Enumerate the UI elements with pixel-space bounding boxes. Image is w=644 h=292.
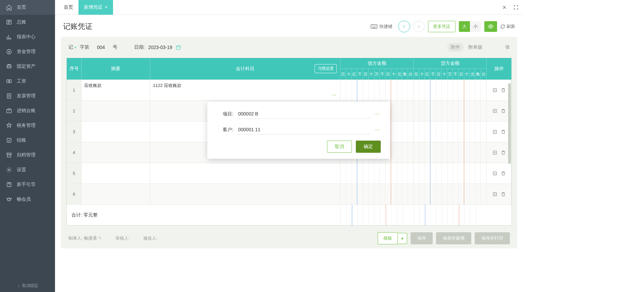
tab-new-voucher[interactable]: 新增凭证 ✕	[78, 0, 113, 15]
customer-more-icon[interactable]: ⋯	[374, 127, 381, 132]
subject-cell[interactable]: 1122 应收账款⋯	[150, 80, 340, 100]
refresh-button[interactable]: 刷新	[500, 23, 515, 30]
asset-icon	[6, 63, 12, 69]
subject-cell[interactable]	[150, 184, 340, 204]
th-debit: 借方金额 百十亿千百十万千百十元角分	[340, 58, 414, 80]
size-large[interactable]: 大	[459, 21, 470, 32]
sidebar-item-label: 税务管理	[17, 123, 36, 129]
summary-cell[interactable]	[82, 121, 150, 142]
customer-input[interactable]	[237, 125, 370, 135]
visibility-button[interactable]	[484, 21, 497, 32]
debit-cell[interactable]	[340, 163, 414, 184]
sidebar-item-money[interactable]: 资金管理	[0, 44, 55, 59]
project-more-icon[interactable]: ⋯	[374, 111, 381, 116]
delete-row-icon[interactable]	[501, 88, 506, 93]
credit-cell[interactable]	[414, 121, 487, 142]
insert-row-icon[interactable]	[492, 150, 497, 155]
summary-cell[interactable]	[82, 163, 150, 184]
sidebar-item-close-book[interactable]: 结账	[0, 133, 55, 148]
ops-cell	[487, 121, 512, 142]
sidebar-item-asset[interactable]: 固定资产	[0, 59, 55, 74]
sidebar-item-inventory[interactable]: 进销台账	[0, 103, 55, 118]
ops-cell	[487, 101, 512, 121]
delete-row-icon[interactable]	[501, 171, 506, 176]
voucher-type-select[interactable]: 记 ▾	[68, 44, 76, 50]
summary-cell[interactable]	[82, 184, 150, 204]
sidebar-item-tax[interactable]: 税务管理	[0, 118, 55, 133]
ops-cell	[487, 80, 512, 100]
habit-settings-button[interactable]: 习惯设置	[315, 64, 337, 73]
salary-icon	[6, 78, 12, 84]
sidebar-item-guide[interactable]: 新手引导	[0, 177, 55, 192]
sidebar-item-vip[interactable]: 畅会员	[0, 192, 55, 207]
word-prefix: 字第	[80, 44, 89, 50]
attachment-button[interactable]: 附件	[447, 43, 464, 52]
ok-button[interactable]: 确定	[356, 141, 381, 153]
prev-voucher-button[interactable]	[398, 21, 410, 32]
sidebar-item-invoice[interactable]: 发票管理	[0, 89, 55, 103]
row-seq: 5	[67, 163, 82, 184]
summary-cell[interactable]	[82, 142, 150, 163]
insert-row-icon[interactable]	[492, 88, 497, 93]
svg-rect-6	[7, 109, 11, 113]
credit-cell[interactable]	[414, 184, 487, 204]
date-label: 日期:	[134, 44, 145, 50]
sidebar-pin-toggle[interactable]: 取消固定	[0, 280, 55, 292]
close-icon[interactable]: ✕	[105, 5, 108, 9]
chevron-down-icon[interactable]: ▾	[397, 233, 407, 244]
scrollbar-thumb[interactable]	[508, 83, 511, 164]
svg-rect-12	[371, 25, 377, 29]
subject-cell[interactable]	[150, 163, 340, 184]
sidebar-item-label: 资金管理	[17, 49, 36, 55]
sidebar-item-label: 新手引导	[17, 182, 36, 188]
debit-cell[interactable]	[340, 184, 414, 204]
th-seq: 序号	[67, 58, 82, 80]
delete-row-icon[interactable]	[501, 192, 506, 197]
sidebar-item-ledger[interactable]: 总账	[0, 15, 55, 30]
th-ops: 操作	[487, 58, 512, 80]
fullscreen-icon[interactable]	[512, 3, 520, 11]
credit-cell[interactable]	[414, 163, 487, 184]
summary-cell[interactable]	[82, 101, 150, 121]
save-button[interactable]: 保存	[411, 232, 433, 244]
sidebar-item-chart[interactable]: 报表中心	[0, 30, 55, 44]
insert-row-icon[interactable]	[492, 171, 497, 176]
next-voucher-button[interactable]	[413, 21, 425, 32]
tab-home[interactable]: 首页	[58, 0, 78, 15]
more-vouchers-button[interactable]: 更多凭证	[428, 21, 455, 32]
sidebar-item-salary[interactable]: 工资	[0, 74, 55, 89]
template-button[interactable]: 模板 ▾	[378, 232, 407, 244]
voucher-number-input[interactable]	[93, 45, 109, 50]
size-toggle[interactable]: 大 小	[459, 21, 481, 32]
calendar-icon[interactable]	[176, 45, 181, 50]
project-input[interactable]	[237, 109, 370, 119]
sidebar: 首页总账报表中心资金管理固定资产工资发票管理进销台账税务管理结账归档管理设置新手…	[0, 0, 55, 292]
credit-cell[interactable]	[414, 142, 487, 163]
shortcut-hint[interactable]: 快捷键	[371, 23, 392, 30]
svg-rect-14	[176, 46, 180, 49]
voucher-date[interactable]: 2023-03-19	[148, 45, 172, 50]
delete-row-icon[interactable]	[501, 150, 506, 155]
save-and-new-button[interactable]: 保存并新增	[436, 232, 471, 244]
insert-row-icon[interactable]	[492, 108, 497, 113]
credit-cell[interactable]	[414, 80, 487, 100]
delete-row-icon[interactable]	[501, 129, 506, 134]
window-close-icon[interactable]	[500, 3, 508, 11]
size-small[interactable]: 小	[470, 21, 481, 32]
credit-cell[interactable]	[414, 101, 487, 121]
summary-cell[interactable]: 应收账款	[82, 80, 150, 100]
insert-row-icon[interactable]	[492, 192, 497, 197]
sidebar-item-settings[interactable]: 设置	[0, 162, 55, 177]
svg-point-13	[490, 26, 492, 28]
save-and-print-button[interactable]: 保存并打印	[475, 232, 510, 244]
sidebar-item-archive[interactable]: 归档管理	[0, 148, 55, 162]
edit-maker-icon[interactable]: ✎	[98, 236, 102, 241]
inventory-icon	[6, 108, 12, 114]
sheets-input[interactable]	[487, 45, 500, 50]
delete-row-icon[interactable]	[501, 108, 506, 113]
subject-more-icon[interactable]: ⋯	[332, 92, 337, 98]
insert-row-icon[interactable]	[492, 129, 497, 134]
debit-cell[interactable]	[340, 80, 414, 100]
cancel-button[interactable]: 取消	[327, 141, 352, 153]
sidebar-item-home[interactable]: 首页	[0, 0, 55, 15]
